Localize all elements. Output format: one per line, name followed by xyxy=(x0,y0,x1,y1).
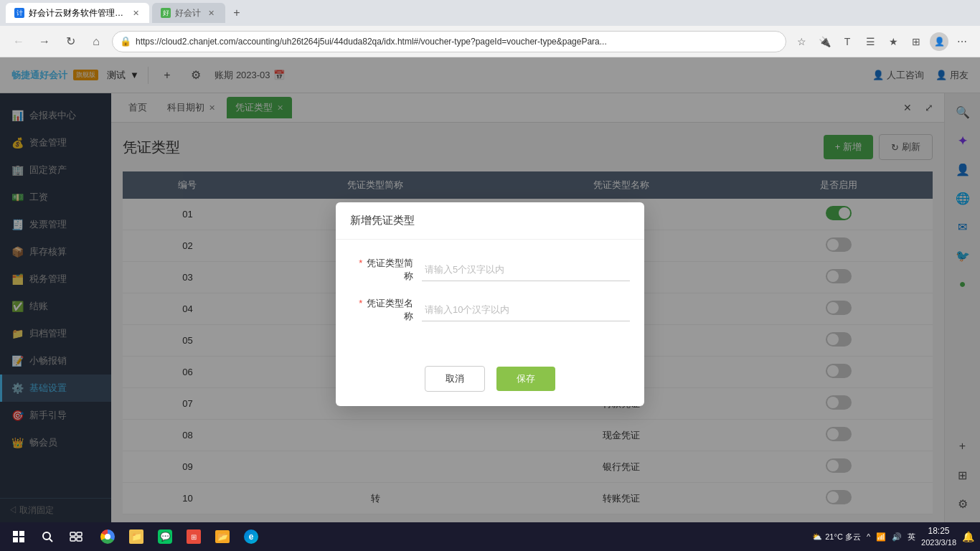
weather-icon: ⛅ xyxy=(812,532,822,542)
svg-rect-2 xyxy=(13,537,18,542)
taskbar-notification[interactable]: 🔔 xyxy=(962,531,974,542)
home-button[interactable]: ⌂ xyxy=(86,32,106,52)
svg-line-5 xyxy=(50,539,52,542)
taskbar-chrome[interactable] xyxy=(95,524,121,550)
name-input[interactable] xyxy=(422,298,630,321)
modal-overlay: 新增凭证类型 * 凭证类型简称 * 凭证类型名称 取消 保存 xyxy=(0,57,980,551)
url-text: https://cloud2.chanjet.com/accounting/uh… xyxy=(136,37,778,47)
svg-point-4 xyxy=(43,532,50,540)
taskbar-wifi-icon: 📶 xyxy=(876,532,886,542)
taskbar-volume-icon: 🔊 xyxy=(892,532,902,542)
svg-rect-7 xyxy=(77,532,82,536)
address-bar-icons: ☆ 🔌 T ☰ ★ ⊞ 👤 ⋯ xyxy=(792,32,971,51)
browser-tab-bar: 计 好会计云财务软件管理系统_会计 ✕ 好 好会计 ✕ + xyxy=(0,0,980,26)
taskbar-edge[interactable]: e xyxy=(238,524,264,550)
form-label-short: * 凭证类型简称 xyxy=(350,257,422,283)
favorites-icon[interactable]: ★ xyxy=(884,32,903,51)
taskbar-wechat[interactable]: 💬 xyxy=(152,524,178,550)
taskbar: 📁 💬 ⊞ 📂 e ⛅ 21°C 多云 ^ 📶 🔊 英 18:25 2023/3… xyxy=(0,522,980,551)
form-row-short: * 凭证类型简称 xyxy=(350,257,630,283)
taskbar-time: 18:25 2023/3/18 xyxy=(921,525,956,548)
bookmark-icon[interactable]: ☆ xyxy=(792,32,811,51)
collections-icon[interactable]: ⊞ xyxy=(907,32,925,51)
svg-rect-3 xyxy=(19,537,24,542)
browser-tab-active[interactable]: 计 好会计云财务软件管理系统_会计 ✕ xyxy=(6,3,149,23)
save-button[interactable]: 保存 xyxy=(496,367,555,391)
more-button[interactable]: ⋯ xyxy=(953,32,971,51)
cancel-button[interactable]: 取消 xyxy=(425,366,485,392)
required-marker-1: * xyxy=(359,258,362,268)
label-name-text: 凭证类型名称 xyxy=(367,298,413,321)
taskbar-arrow-up[interactable]: ^ xyxy=(867,532,870,541)
lock-icon: 🔒 xyxy=(120,36,131,47)
tab-close-1[interactable]: ✕ xyxy=(131,7,141,19)
back-button[interactable]: ← xyxy=(9,32,29,52)
profile-avatar: 👤 xyxy=(930,32,948,51)
new-tab-button[interactable]: + xyxy=(228,4,245,22)
modal-body: * 凭证类型简称 * 凭证类型名称 xyxy=(336,240,644,354)
taskbar-language: 英 xyxy=(908,532,915,542)
modal-dialog: 新增凭证类型 * 凭证类型简称 * 凭证类型名称 取消 保存 xyxy=(336,202,644,406)
taskbar-weather: ⛅ 21°C 多云 xyxy=(812,532,861,542)
form-row-name: * 凭证类型名称 xyxy=(350,297,630,323)
taskbar-search[interactable] xyxy=(34,524,60,550)
modal-header: 新增凭证类型 xyxy=(336,202,644,240)
start-button[interactable] xyxy=(6,524,32,550)
taskbar-date-value: 2023/3/18 xyxy=(921,537,956,548)
address-bar: ← → ↻ ⌂ 🔒 https://cloud2.chanjet.com/acc… xyxy=(0,26,980,57)
required-marker-2: * xyxy=(359,298,362,309)
svg-rect-1 xyxy=(19,531,24,536)
tab-title-1: 好会计云财务软件管理系统_会计 xyxy=(29,7,127,19)
taskbar-taskview[interactable] xyxy=(63,524,89,550)
profile-button[interactable]: 👤 xyxy=(930,32,948,51)
modal-footer: 取消 保存 xyxy=(336,354,644,406)
short-name-input[interactable] xyxy=(422,258,630,281)
weather-text: 21°C 多云 xyxy=(825,532,861,542)
taskbar-time-value: 18:25 xyxy=(921,525,956,537)
forward-button[interactable]: → xyxy=(34,32,55,52)
taskbar-right: ⛅ 21°C 多云 ^ 📶 🔊 英 18:25 2023/3/18 🔔 xyxy=(812,525,974,548)
url-bar[interactable]: 🔒 https://cloud2.chanjet.com/accounting/… xyxy=(112,31,786,52)
tab-close-2[interactable]: ✕ xyxy=(205,7,217,19)
browser-tab-inactive[interactable]: 好 好会计 ✕ xyxy=(152,3,225,23)
extensions-icon[interactable]: 🔌 xyxy=(815,32,834,51)
tab-title-2: 好会计 xyxy=(175,7,201,19)
taskbar-folder[interactable]: 📂 xyxy=(209,524,235,550)
svg-rect-0 xyxy=(13,531,18,536)
taskbar-apps[interactable]: ⊞ xyxy=(181,524,207,550)
tab-favicon-2: 好 xyxy=(161,8,171,18)
tab-favicon-1: 计 xyxy=(14,8,24,18)
translate-icon[interactable]: T xyxy=(838,32,857,51)
form-label-name: * 凭证类型名称 xyxy=(350,297,422,323)
taskbar-file-explorer[interactable]: 📁 xyxy=(123,524,149,550)
reading-icon[interactable]: ☰ xyxy=(861,32,880,51)
svg-rect-9 xyxy=(77,537,82,541)
svg-rect-8 xyxy=(70,537,75,541)
modal-title: 新增凭证类型 xyxy=(350,214,415,226)
label-short-text: 凭证类型简称 xyxy=(367,258,413,281)
svg-rect-6 xyxy=(70,532,75,536)
reload-button[interactable]: ↻ xyxy=(60,32,80,52)
